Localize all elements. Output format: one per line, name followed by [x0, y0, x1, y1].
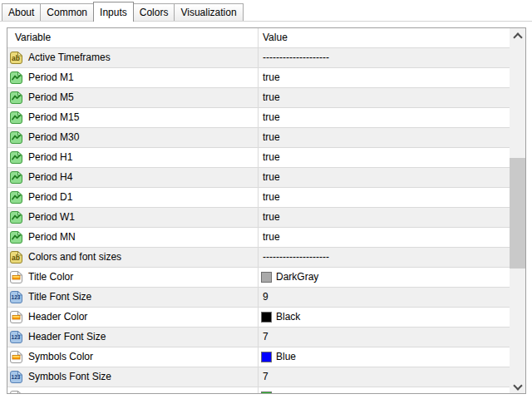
table-row[interactable]: Period D1true	[7, 188, 510, 208]
number-icon: 123	[9, 370, 23, 384]
table-row[interactable]: Period H4true	[7, 168, 510, 188]
chevron-down-icon	[513, 381, 522, 390]
chart-icon	[9, 71, 23, 85]
row-variable-label: Period H1	[28, 148, 72, 166]
tab-visualization[interactable]: Visualization	[174, 3, 243, 21]
row-value[interactable]: true	[263, 188, 280, 206]
table-row[interactable]	[7, 387, 510, 393]
ab-icon: ab	[9, 51, 23, 65]
row-variable-label: Period MN	[28, 228, 76, 246]
column-header-value: Value	[263, 28, 288, 47]
table-row[interactable]: 123Symbols Font Size7	[7, 367, 510, 387]
svg-text:123: 123	[12, 334, 21, 340]
table-row[interactable]: Period M15true	[7, 108, 510, 128]
row-value[interactable]: true	[263, 228, 280, 246]
row-variable-label: Active Timeframes	[28, 48, 111, 66]
table-row[interactable]: Period MNtrue	[7, 228, 510, 248]
chart-icon	[9, 210, 23, 224]
row-variable-label: Period D1	[28, 188, 72, 206]
color-swatch	[261, 352, 272, 362]
row-value[interactable]: true	[263, 88, 280, 106]
table-row[interactable]: Period H1true	[7, 148, 510, 168]
tab-inputs[interactable]: Inputs	[93, 2, 134, 22]
tab-about[interactable]: About	[2, 3, 41, 21]
row-variable-label: Period M15	[28, 108, 79, 126]
chart-icon	[9, 111, 23, 125]
tab-colors[interactable]: Colors	[133, 3, 175, 21]
row-variable-label: Header Color	[28, 308, 87, 326]
table-row[interactable]: 123Title Font Size9	[7, 288, 510, 308]
row-variable-label: Header Font Size	[28, 328, 106, 346]
chart-icon	[9, 230, 23, 244]
row-variable-label: Symbols Font Size	[28, 367, 111, 386]
inputs-parameter-grid: Variable Value abActive Timeframes------…	[7, 27, 526, 394]
svg-text:123: 123	[12, 294, 21, 300]
row-value[interactable]: true	[263, 168, 280, 186]
tab-bar: AboutCommonInputsColorsVisualization	[0, 2, 532, 22]
row-variable-label: Period W1	[28, 208, 75, 226]
color-icon	[9, 270, 23, 284]
svg-text:ab: ab	[12, 254, 20, 262]
number-icon: 123	[9, 330, 23, 344]
chevron-up-icon	[513, 32, 522, 42]
row-value[interactable]: true	[263, 128, 280, 146]
row-value[interactable]: 9	[263, 288, 268, 306]
row-value[interactable]: --------------------	[263, 48, 329, 66]
chart-icon	[9, 150, 23, 165]
table-row[interactable]: Header ColorBlack	[7, 308, 510, 328]
chart-icon	[9, 91, 23, 105]
row-value[interactable]: 7	[263, 367, 268, 386]
chart-icon	[9, 131, 23, 145]
svg-text:ab: ab	[12, 54, 20, 62]
chart-icon	[9, 170, 23, 185]
row-variable-label: Symbols Color	[28, 347, 93, 366]
number-icon: 123	[9, 290, 23, 304]
row-variable-label: Period M30	[28, 128, 79, 146]
column-divider[interactable]	[258, 28, 259, 393]
row-variable-label: Period H4	[28, 168, 72, 186]
row-value[interactable]: 7	[263, 328, 268, 346]
row-value[interactable]: Black	[276, 308, 300, 326]
color-icon	[9, 310, 23, 324]
row-variable-label: Title Font Size	[28, 288, 91, 306]
row-variable-label: Colors and font sizes	[28, 248, 121, 266]
row-value[interactable]: DarkGray	[276, 268, 318, 286]
table-row[interactable]: abActive Timeframes--------------------	[7, 48, 510, 68]
color-swatch	[261, 392, 272, 393]
row-value[interactable]: true	[263, 68, 280, 86]
scroll-up-button[interactable]	[510, 28, 525, 42]
row-value[interactable]: true	[263, 108, 280, 126]
table-row[interactable]: Symbols ColorBlue	[7, 347, 510, 367]
row-variable-label: Title Color	[28, 268, 73, 286]
row-value[interactable]: Blue	[276, 347, 296, 366]
row-variable-label: Period M1	[28, 68, 74, 86]
row-variable-label: Period M5	[28, 88, 74, 106]
svg-text:123: 123	[12, 374, 21, 380]
ab-icon: ab	[9, 250, 23, 264]
table-row[interactable]: Title ColorDarkGray	[7, 268, 510, 288]
row-value[interactable]: true	[263, 208, 280, 226]
row-value[interactable]: --------------------	[263, 248, 329, 266]
param-grid-rows: abActive Timeframes--------------------P…	[7, 48, 510, 393]
table-row[interactable]: Period M5true	[7, 88, 510, 108]
color-swatch	[261, 312, 272, 323]
color-swatch	[261, 272, 272, 283]
tab-common[interactable]: Common	[40, 3, 94, 21]
table-row[interactable]: Period M1true	[7, 68, 510, 88]
vertical-scrollbar[interactable]	[510, 28, 525, 393]
table-row[interactable]: abColors and font sizes-----------------…	[7, 248, 510, 268]
table-row[interactable]: 123Header Font Size7	[7, 328, 510, 347]
color-icon	[9, 350, 23, 364]
row-value[interactable]: true	[263, 148, 280, 166]
scrollbar-thumb[interactable]	[510, 158, 525, 268]
table-row[interactable]: Period M30true	[7, 128, 510, 148]
column-header-variable: Variable	[15, 28, 51, 47]
table-row[interactable]: Period W1true	[7, 208, 510, 228]
scroll-down-button[interactable]	[510, 379, 525, 393]
chart-icon	[9, 190, 23, 204]
color-icon	[9, 390, 23, 393]
grid-header: Variable Value	[7, 28, 510, 48]
